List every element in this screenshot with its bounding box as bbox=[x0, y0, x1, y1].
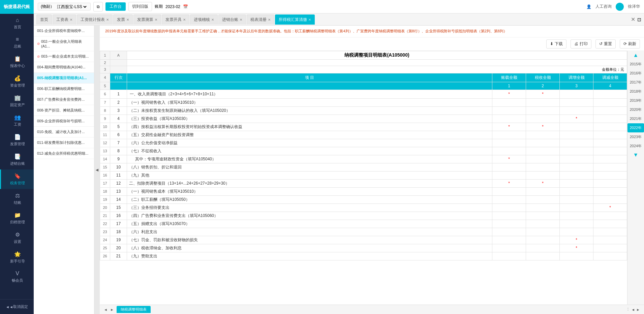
tab-close-icon[interactable]: ✕ bbox=[211, 18, 214, 22]
tab-tax-list[interactable]: 税表清册 ✕ bbox=[247, 14, 274, 25]
old-version-button[interactable]: 切到旧版 bbox=[128, 2, 152, 11]
tax-cell[interactable] bbox=[526, 115, 560, 123]
year-item-2019[interactable]: 2019年 bbox=[627, 96, 644, 105]
tab-salary-report[interactable]: 工资统计报表 ✕ bbox=[77, 14, 113, 25]
item-cell[interactable]: （五）捐赠支出（填写A105070） bbox=[127, 220, 492, 228]
sheet-tab[interactable]: 纳税调整明细表 bbox=[117, 306, 151, 313]
tax-cell[interactable] bbox=[526, 195, 560, 203]
add-cell[interactable] bbox=[560, 155, 593, 163]
unpin-btn[interactable]: ◄◄ 取消固定 bbox=[0, 302, 34, 311]
book-cell[interactable] bbox=[492, 195, 526, 203]
tab-home[interactable]: 首页 bbox=[36, 14, 52, 25]
book-cell[interactable] bbox=[492, 147, 526, 155]
doc-item-005[interactable]: 005-纳税调整项目明细表(A1... bbox=[34, 73, 94, 84]
add-cell[interactable] bbox=[560, 252, 593, 260]
year-item-2023[interactable]: 2023年 bbox=[627, 132, 644, 142]
sidebar-item-closing[interactable]: ⚖ 结账 bbox=[0, 189, 34, 209]
maximize-icon[interactable]: ⊡ bbox=[637, 17, 641, 22]
reduce-cell[interactable] bbox=[593, 155, 627, 163]
item-cell[interactable]: （六）利息支出 bbox=[127, 228, 492, 236]
add-cell[interactable] bbox=[560, 220, 593, 228]
add-cell[interactable]: * bbox=[560, 244, 593, 252]
add-cell[interactable] bbox=[560, 228, 593, 236]
print-button[interactable]: 🖨 打印 bbox=[571, 39, 591, 49]
add-cell[interactable] bbox=[560, 203, 593, 212]
sidebar-item-home[interactable]: ⌂ 首页 bbox=[0, 14, 34, 33]
book-cell[interactable] bbox=[492, 98, 526, 106]
collapse-panel-button[interactable]: ◄ bbox=[94, 26, 100, 314]
tab-close-icon[interactable]: ✕ bbox=[268, 18, 271, 22]
year-item-2022[interactable]: 2022年 bbox=[627, 123, 644, 132]
book-cell[interactable] bbox=[492, 236, 526, 244]
item-cell[interactable]: （七）不征税收入 bbox=[127, 147, 492, 155]
reduce-cell[interactable] bbox=[593, 123, 627, 131]
reduce-cell[interactable] bbox=[593, 171, 627, 179]
download-button[interactable]: ⬇ 下载 bbox=[546, 39, 566, 49]
add-cell[interactable] bbox=[560, 131, 593, 139]
book-cell[interactable] bbox=[492, 244, 526, 252]
item-cell[interactable]: （五）交易性金融资产初始投资调整 bbox=[127, 131, 492, 139]
doc-item-004[interactable]: 004-期间费用明细表(A1040... bbox=[34, 62, 94, 73]
tax-cell[interactable] bbox=[526, 252, 560, 260]
reduce-cell[interactable] bbox=[593, 212, 627, 220]
tax-cell[interactable] bbox=[526, 139, 560, 147]
year-item-2024[interactable]: 2024年 bbox=[627, 142, 644, 151]
tax-cell[interactable] bbox=[526, 106, 560, 115]
tab-close-icon[interactable]: ✕ bbox=[106, 18, 109, 22]
reduce-cell[interactable] bbox=[593, 195, 627, 203]
add-cell[interactable] bbox=[560, 147, 593, 155]
reduce-cell[interactable] bbox=[593, 139, 627, 147]
reduce-cell[interactable] bbox=[593, 252, 627, 260]
reduce-cell[interactable] bbox=[593, 163, 627, 171]
item-cell[interactable]: （一）视同销售收入（填写A105010） bbox=[127, 98, 492, 106]
tax-cell[interactable]: * bbox=[526, 123, 560, 131]
nav-left-icon[interactable]: ◄ bbox=[104, 308, 108, 312]
reduce-cell[interactable] bbox=[593, 228, 627, 236]
tax-cell[interactable] bbox=[526, 220, 560, 228]
book-cell[interactable] bbox=[492, 131, 526, 139]
scroll-left-icon[interactable]: ◄ bbox=[631, 308, 635, 312]
sidebar-item-archive[interactable]: 📁 归档管理 bbox=[0, 209, 34, 228]
sidebar-item-salary[interactable]: 👥 工资 bbox=[0, 111, 34, 130]
add-cell[interactable] bbox=[560, 106, 593, 115]
book-cell[interactable] bbox=[492, 212, 526, 220]
item-cell[interactable]: 二、扣除类调整项目（13+14+...24+26+27+28+29+30） bbox=[127, 179, 492, 187]
tax-cell[interactable] bbox=[526, 171, 560, 179]
year-item-2018[interactable]: 2018年 bbox=[627, 87, 644, 96]
item-cell[interactable]: （四）广告费和业务宣传费支出（填写A105060） bbox=[127, 212, 492, 220]
reduce-cell[interactable] bbox=[593, 147, 627, 155]
company-selector[interactable]: (物副） 江西股宝-LSS bbox=[38, 3, 91, 10]
year-scroll-down[interactable]: ▼ bbox=[627, 151, 644, 159]
tab-invoice-calc[interactable]: 发票测算 ✕ bbox=[133, 14, 161, 25]
add-cell[interactable]: * bbox=[560, 236, 593, 244]
tax-cell[interactable] bbox=[526, 203, 560, 212]
add-cell[interactable] bbox=[560, 179, 593, 187]
item-cell[interactable]: （八）销售折扣、折让和退回 bbox=[127, 163, 492, 171]
year-item-2015[interactable]: 2015年 bbox=[627, 60, 644, 69]
year-scroll-up[interactable]: ▲ bbox=[627, 51, 644, 60]
year-item-2016[interactable]: 2016年 bbox=[627, 69, 644, 78]
sidebar-item-settings[interactable]: ⚙ 设置 bbox=[0, 228, 34, 248]
reduce-cell[interactable]: * bbox=[593, 203, 627, 212]
reduce-cell[interactable] bbox=[593, 244, 627, 252]
item-cell[interactable]: （七）罚金、罚款和被没收财物的损失 bbox=[127, 236, 492, 244]
book-cell[interactable] bbox=[492, 163, 526, 171]
tab-close-icon[interactable]: ✕ bbox=[126, 18, 129, 22]
tab-input-audit[interactable]: 进项稽核 ✕ bbox=[190, 14, 218, 25]
tax-cell[interactable] bbox=[526, 98, 560, 106]
item-cell[interactable]: （九）赞助支出 bbox=[127, 252, 492, 260]
doc-item-007[interactable]: 007-广告费和业务宣传费跨... bbox=[34, 94, 94, 105]
tab-invoice[interactable]: 发票 ✕ bbox=[113, 14, 133, 25]
tax-cell[interactable] bbox=[526, 228, 560, 236]
book-cell[interactable] bbox=[492, 228, 526, 236]
tab-close-icon[interactable]: ✕ bbox=[240, 18, 242, 22]
year-item-2021[interactable]: 2021年 bbox=[627, 114, 644, 123]
item-cell[interactable]: （三）投资收益（填写A105030） bbox=[127, 115, 492, 123]
sidebar-item-guide[interactable]: 🌟 新手引导 bbox=[0, 248, 34, 267]
tax-cell[interactable] bbox=[526, 131, 560, 139]
tax-cell[interactable] bbox=[526, 147, 560, 155]
item-cell[interactable]: （八）税收滞纳金、加收利息 bbox=[127, 244, 492, 252]
book-cell[interactable] bbox=[492, 220, 526, 228]
add-cell[interactable] bbox=[560, 90, 593, 98]
tax-cell[interactable]: * bbox=[526, 179, 560, 187]
